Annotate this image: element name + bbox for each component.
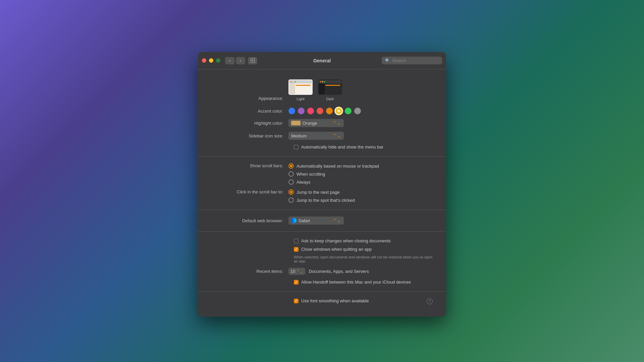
ask-keep-label: Ask to keep changes when closing documen… — [301, 238, 391, 243]
scroll-scrolling-row: When scrolling — [288, 171, 379, 177]
maximize-button[interactable] — [216, 58, 220, 63]
divider-4 — [198, 291, 446, 292]
accent-color-row: Accent color: — [211, 108, 433, 114]
highlight-color-swatch — [291, 121, 301, 125]
appearance-row: Appearance: Light — [211, 79, 433, 101]
scroll-next-page-radio[interactable] — [288, 189, 294, 195]
forward-button[interactable]: › — [236, 57, 245, 64]
help-button[interactable]: ? — [427, 298, 433, 304]
highlight-color-label: Highlight color: — [211, 121, 288, 126]
ask-keep-checkbox[interactable] — [294, 239, 299, 243]
scroll-always-label: Always — [297, 180, 310, 185]
window-title: General — [313, 58, 331, 63]
divider-2 — [198, 209, 446, 210]
settings-content: Appearance: Light — [198, 69, 446, 317]
close-windows-row: Close windows when quitting an app — [294, 247, 433, 252]
ask-keep-row: Ask to keep changes when closing documen… — [294, 238, 433, 243]
scroll-clicked-spot-radio[interactable] — [288, 197, 294, 203]
accent-purple[interactable] — [298, 108, 305, 114]
close-windows-checkbox[interactable] — [294, 247, 299, 252]
browser-row: Default web browser: Safari ⌃⌄ — [211, 217, 433, 225]
scroll-next-page-row: Jump to the next page — [288, 189, 355, 195]
traffic-lights — [202, 58, 220, 63]
scroll-auto-radio[interactable] — [288, 163, 294, 169]
safari-icon — [291, 218, 297, 223]
titlebar: ‹ › General 🔍 — [198, 52, 446, 69]
divider-1 — [198, 156, 446, 157]
scroll-always-radio[interactable] — [288, 179, 294, 185]
highlight-dropdown-arrow: ⌃⌄ — [333, 120, 341, 126]
recent-items-dropdown[interactable]: 10 ⌃⌄ — [288, 268, 305, 275]
search-bar[interactable]: 🔍 — [382, 57, 442, 64]
sidebar-icon-label: Sidebar icon size: — [211, 133, 288, 138]
menu-bar-label: Automatically hide and show the menu bar — [301, 144, 383, 149]
scroll-auto-label: Automatically based on mouse or trackpad — [297, 164, 379, 169]
font-smoothing-row: Use font smoothing when available ? — [294, 298, 433, 303]
highlight-color-row: Highlight color: Orange ⌃⌄ — [211, 119, 433, 127]
accent-colors — [288, 108, 361, 114]
scroll-bars-row: Show scroll bars: Automatically based on… — [211, 163, 433, 185]
handoff-row: Allow Handoff between this Mac and your … — [294, 280, 433, 285]
scroll-click-row: Click in the scroll bar to: Jump to the … — [211, 189, 433, 203]
settings-window: ‹ › General 🔍 Appearance: — [198, 52, 446, 317]
light-label: Light — [297, 97, 305, 101]
scroll-bars-options: Automatically based on mouse or trackpad… — [288, 163, 379, 185]
menu-bar-row: Automatically hide and show the menu bar — [294, 144, 433, 149]
browser-value: Safari — [299, 218, 310, 223]
accent-pink[interactable] — [307, 108, 314, 114]
browser-dropdown[interactable]: Safari ⌃⌄ — [288, 217, 344, 225]
accent-green[interactable] — [345, 108, 352, 114]
handoff-checkbox[interactable] — [294, 280, 299, 285]
scroll-clicked-spot-row: Jump to the spot that's clicked — [288, 197, 355, 203]
scroll-scrolling-radio[interactable] — [288, 171, 294, 177]
sidebar-icon-value: Medium — [291, 133, 307, 138]
handoff-label: Allow Handoff between this Mac and your … — [301, 280, 411, 285]
browser-dropdown-arrow: ⌃⌄ — [333, 218, 341, 223]
recent-items-controls: 10 ⌃⌄ Documents, Apps, and Servers — [288, 268, 369, 275]
accent-blue[interactable] — [288, 108, 295, 114]
scroll-next-page-label: Jump to the next page — [297, 190, 340, 195]
appearance-label: Appearance: — [211, 96, 288, 101]
close-button[interactable] — [202, 58, 206, 63]
accent-graphite[interactable] — [354, 108, 361, 114]
scroll-auto-row: Automatically based on mouse or trackpad — [288, 163, 379, 169]
recent-items-suffix: Documents, Apps, and Servers — [309, 269, 369, 274]
browser-label: Default web browser: — [211, 218, 288, 223]
sidebar-icon-row: Sidebar icon size: Medium ⌃⌄ — [211, 132, 433, 140]
scroll-bars-label: Show scroll bars: — [211, 163, 288, 168]
close-windows-label: Close windows when quitting an app — [301, 247, 372, 252]
search-icon: 🔍 — [385, 58, 390, 63]
scroll-scrolling-label: When scrolling — [297, 172, 325, 177]
back-button[interactable]: ‹ — [225, 57, 234, 64]
dark-label: Dark — [326, 97, 334, 101]
highlight-color-dropdown[interactable]: Orange ⌃⌄ — [288, 119, 344, 127]
highlight-color-value: Orange — [303, 121, 317, 126]
menu-bar-checkbox[interactable] — [294, 145, 299, 149]
appearance-dark[interactable]: Dark — [318, 79, 342, 101]
dark-thumb — [318, 79, 342, 95]
scroll-click-options: Jump to the next page Jump to the spot t… — [288, 189, 355, 203]
scroll-always-row: Always — [288, 179, 379, 185]
accent-yellow[interactable] — [335, 108, 342, 114]
recent-items-label: Recent items: — [211, 269, 288, 274]
recent-items-arrow: ⌃⌄ — [297, 269, 303, 274]
accent-orange[interactable] — [326, 108, 333, 114]
font-smoothing-label: Use font smoothing when available — [301, 298, 369, 303]
minimize-button[interactable] — [209, 58, 213, 63]
sidebar-dropdown-arrow: ⌃⌄ — [333, 133, 341, 138]
nav-buttons: ‹ › — [225, 57, 245, 64]
recent-items-row: Recent items: 10 ⌃⌄ Documents, Apps, and… — [211, 268, 433, 275]
font-smoothing-checkbox[interactable] — [294, 299, 299, 303]
accent-red[interactable] — [317, 108, 323, 114]
search-input[interactable] — [392, 58, 439, 63]
grid-button[interactable] — [248, 57, 257, 64]
sidebar-icon-dropdown[interactable]: Medium ⌃⌄ — [288, 132, 344, 140]
light-thumb — [288, 79, 313, 95]
divider-3 — [198, 231, 446, 232]
close-windows-sub: When selected, open documents and window… — [294, 255, 433, 263]
appearance-light[interactable]: Light — [288, 79, 313, 101]
appearance-options: Light Dark — [288, 79, 342, 101]
scroll-clicked-spot-label: Jump to the spot that's clicked — [297, 198, 355, 203]
accent-color-label: Accent color: — [211, 109, 288, 114]
scroll-click-label: Click in the scroll bar to: — [211, 189, 288, 194]
